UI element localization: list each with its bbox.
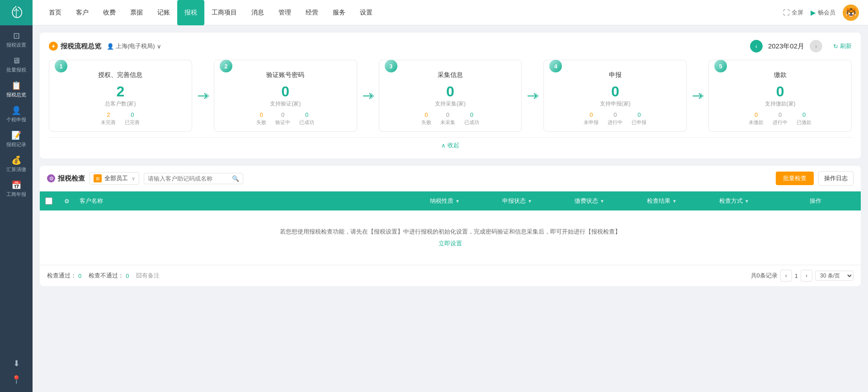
sidebar-item-annual-report[interactable]: 📅 工商年报 [0, 177, 33, 201]
filter-icon-tax-type[interactable]: ▼ [455, 199, 460, 204]
overview-header: + 报税流程总览 👤 上海(电子税局) ∨ ‹ 2023年02月 › ↻ 刷新 [49, 40, 852, 53]
step-4-stat-0: 0 未申报 [584, 111, 599, 126]
step-5-num: 5 [714, 60, 727, 72]
nav-fees[interactable]: 收费 [96, 0, 123, 25]
sidebar-item-tax-settings[interactable]: ⊡ 报税设置 [0, 27, 33, 52]
nav-tax[interactable]: 报税 [177, 0, 204, 25]
table-header: ⚙ 客户名称 纳税性质 ▼ 申报状态 ▼ 缴费状态 ▼ 检查 [40, 191, 861, 210]
next-month-btn[interactable]: › [810, 40, 822, 53]
vip-btn[interactable]: ▶ 畅会员 [811, 9, 835, 17]
arrow-2-3 [361, 60, 379, 132]
search-input-wrap: 🔍 [144, 173, 243, 184]
step-1-card: 1 授权、完善信息 2 总客户数(家) 2 未完善 0 已完善 [49, 60, 192, 132]
check-title-icon: ⊙ [47, 174, 55, 182]
step-2-stat-1: 0 验证中 [275, 111, 290, 126]
overview-title: + 报税流程总览 [49, 42, 101, 51]
filter-icon-declare[interactable]: ▼ [528, 199, 532, 204]
nav-services[interactable]: 服务 [326, 0, 353, 25]
refresh-btn[interactable]: ↻ 刷新 [833, 42, 852, 50]
table-col-declare-status: 申报状态 ▼ [481, 191, 553, 210]
step-4-num: 4 [549, 60, 562, 72]
collapse-bar[interactable]: ∧ 收起 [49, 137, 852, 151]
step-5-stat-0: 0 未缴款 [749, 111, 764, 126]
nav-invoices[interactable]: 票据 [123, 0, 150, 25]
batch-check-button[interactable]: 批量检查 [776, 172, 814, 185]
filter-icon-fee[interactable]: ▼ [600, 199, 604, 204]
pagination: 共0条记录 ‹ 1 › 30 条/页 50 条/页 100 条/页 [751, 270, 854, 282]
table-footer: 检查通过： 0 检查不通过： 0 囧有备注 共0条记录 ‹ 1 › 30 条/页… [40, 265, 861, 286]
collapse-chevron-icon: ∧ [441, 142, 446, 149]
sidebar-item-download[interactable]: ⬇ [0, 355, 33, 371]
nav-business[interactable]: 工商项目 [204, 0, 244, 25]
prev-page-btn[interactable]: ‹ [780, 270, 792, 282]
step-1-stats: 2 未完善 0 已完善 [57, 111, 184, 126]
overview-plus-icon: + [49, 42, 58, 51]
month-nav: ‹ 2023年02月 › [750, 40, 822, 53]
table-col-settings[interactable]: ⚙ [58, 191, 76, 210]
sidebar-item-settlement[interactable]: 💰 汇算清缴 [0, 152, 33, 177]
footer-fail: 检查不通过： 0 [89, 272, 129, 280]
step-5-title: 缴款 [716, 71, 844, 79]
sidebar-item-batch-tax[interactable]: 🖥 批量报税 [0, 52, 33, 77]
page-size-select[interactable]: 30 条/页 50 条/页 100 条/页 [815, 271, 854, 281]
personal-tax-icon: 👤 [11, 106, 21, 115]
next-page-btn[interactable]: › [801, 270, 812, 282]
step-4-stat-2: 0 已申报 [632, 111, 646, 126]
fail-count-link[interactable]: 0 [126, 272, 129, 279]
nav-home[interactable]: 首页 [42, 0, 69, 25]
sidebar-item-personal-tax[interactable]: 👤 个税申报 [0, 102, 33, 127]
nav-operations[interactable]: 经营 [298, 0, 326, 25]
sidebar-item-tax-records[interactable]: 📝 报税记录 [0, 127, 33, 152]
step-3-stat-0: 0 失败 [421, 111, 431, 126]
sidebar-item-location[interactable]: 📍 [0, 371, 33, 387]
fullscreen-btn[interactable]: ⛶ 全屏 [783, 9, 803, 17]
step-5-card: 5 缴款 0 支持缴款(家) 0 未缴款 0 进行中 [708, 60, 852, 132]
logo[interactable] [0, 0, 33, 25]
step-4-sub: 支持申报(家) [551, 100, 679, 108]
step-4-card: 4 申报 0 支持申报(家) 0 未申报 0 进行中 [543, 60, 687, 132]
setup-link[interactable]: 立即设置 [439, 238, 462, 249]
location-tag[interactable]: 👤 上海(电子税局) ∨ [107, 42, 161, 50]
check-title: ⊙ 报税检查 [47, 174, 85, 183]
step-5-sub: 支持缴款(家) [716, 100, 844, 108]
avatar[interactable]: 🐯 [843, 5, 859, 21]
arrow-4-5 [690, 60, 708, 132]
filter-icon-result[interactable]: ▼ [672, 199, 677, 204]
empty-message: 若您想使用报税检查功能，请先在【报税设置】中进行报税的初始化设置，完成密码验证和… [280, 226, 621, 238]
prev-month-btn[interactable]: ‹ [750, 40, 763, 53]
step-2-sub: 支持验证(家) [222, 100, 349, 108]
step-3-title: 采集信息 [387, 71, 514, 79]
download-icon: ⬇ [13, 359, 20, 368]
arrow-1-2 [196, 60, 214, 132]
nav-management[interactable]: 管理 [271, 0, 298, 25]
nav-customers[interactable]: 客户 [69, 0, 96, 25]
search-input[interactable] [148, 175, 229, 182]
operation-log-button[interactable]: 操作日志 [818, 171, 854, 186]
employee-select[interactable]: ⊞ 全部员工 ∨ [90, 172, 139, 185]
current-page: 1 [795, 272, 798, 279]
step-4-stat-1: 0 进行中 [608, 111, 623, 126]
top-nav: 首页 客户 收费 票据 记账 报税 工商项目 消息 管理 经营 服务 设置 ⛶ … [33, 0, 868, 25]
fullscreen-icon: ⛶ [783, 9, 790, 16]
step-1-stat-0: 2 未完善 [101, 111, 116, 126]
table-col-checkbox[interactable] [40, 191, 58, 210]
filter-icon-method[interactable]: ▼ [745, 199, 749, 204]
table-col-tax-type: 纳税性质 ▼ [409, 191, 481, 210]
step-2-count: 0 [222, 83, 349, 100]
sidebar-item-tax-overview[interactable]: 📋 报税总览 [0, 77, 33, 102]
gear-icon: ⚙ [64, 198, 70, 205]
step-3-stat-2: 0 已成功 [464, 111, 479, 126]
nav-accounting[interactable]: 记账 [150, 0, 177, 25]
search-icon[interactable]: 🔍 [232, 175, 239, 182]
nav-settings[interactable]: 设置 [353, 0, 380, 25]
content: + 报税流程总览 👤 上海(电子税局) ∨ ‹ 2023年02月 › ↻ 刷新 [33, 25, 868, 392]
step-5-stat-2: 0 已缴款 [797, 111, 811, 126]
pass-count-link[interactable]: 0 [78, 272, 81, 279]
footer-note: 囧有备注 [136, 272, 160, 280]
step-5-count: 0 [716, 83, 844, 100]
nav-messages[interactable]: 消息 [244, 0, 271, 25]
step-2-stat-0: 0 失败 [256, 111, 266, 126]
step-3-stats: 0 失败 0 未采集 0 已成功 [387, 111, 514, 126]
step-1-title: 授权、完善信息 [57, 71, 184, 79]
header-checkbox[interactable] [45, 197, 52, 205]
